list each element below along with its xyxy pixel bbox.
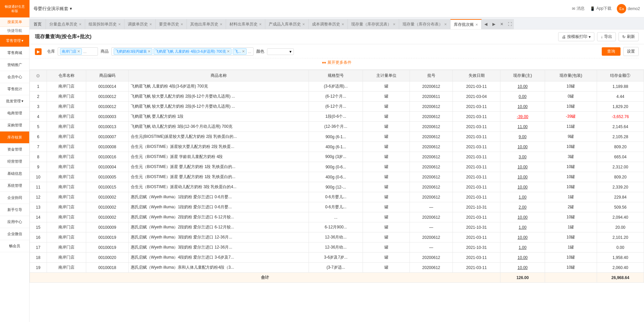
query-button[interactable]: 查询 [602,47,621,56]
tab-close-icon[interactable]: ✕ [79,22,82,26]
tab-close-icon[interactable]: ✕ [393,22,395,26]
message-btn[interactable]: ✉ 消息 [572,6,585,11]
tab-tiao-bo[interactable]: 调拨单历史 ✕ [124,19,156,29]
tab-close-icon[interactable]: ✕ [149,22,152,26]
row-batch: 20200612 [410,162,452,172]
sidebar-item-ecomm[interactable]: 电商管理 [0,107,29,119]
sidebar-item-finance[interactable]: 资金管理 [0,144,29,156]
row-stock-main[interactable]: 1.00 [500,243,545,253]
app-download-btn[interactable]: 📱 App下载 [590,6,611,11]
tab-xian-cun1[interactable]: 现存量（库存状况表） ✕ [348,19,399,29]
tab-zu-chai[interactable]: 组装拆卸单历史 ✕ [85,19,124,29]
sidebar-quick-nav[interactable]: 快捷导航 [0,27,29,35]
col-stock-pkg: 现存量(包装) [545,70,597,82]
row-code: 00100002 [86,202,128,212]
warehouse-more[interactable]: ... [83,49,87,54]
template-print-button[interactable]: 🖨 按模板打印 ▾ [558,32,594,41]
row-warehouse: 南岸门店 [47,142,86,152]
tab-close-icon[interactable]: ✕ [259,22,262,26]
color-filter-input[interactable]: ▾ [267,48,294,55]
row-stock-main[interactable]: 1.00 [500,192,545,202]
tab-nav-next[interactable]: ▶ [490,19,498,29]
row-stock-main[interactable]: 10.00 [500,172,545,182]
tab-fen-cang[interactable]: 分量盘点单历史 ✕ [46,19,85,29]
row-stock-main[interactable]: 10.00 [500,263,545,273]
tab-chan-cheng[interactable]: 产成品入库单历史 ✕ [265,19,309,29]
col-amount: 结存金额① [597,70,644,82]
tab-home[interactable]: 首页 [30,19,46,29]
product-filter-input[interactable]: 飞鹤奶粉3段丙罐装 ✕ 飞鹤星飞帆 儿童奶粉 4段(3-6岁适用) 700克 ✕… [111,47,254,56]
warehouse-tag-close[interactable]: ✕ [77,49,80,54]
gear-icon[interactable]: ⚙ [36,73,40,78]
tab-yao-huo[interactable]: 要货单历史 ✕ [156,19,187,29]
tab-qi-ta[interactable]: 其他出库单历史 ✕ [187,19,226,29]
tab-ku-cun-pi[interactable]: 库存批次账 ✕ [450,19,482,29]
row-stock-main[interactable]: 3.00 [500,152,545,162]
tab-xian-cun2[interactable]: 现存量（库存分布表） ✕ [399,19,450,29]
row-stock-main[interactable]: 10.00 [500,102,545,112]
tab-close-icon[interactable]: ✕ [118,22,121,26]
row-stock-main[interactable]: 11.00 [500,122,545,132]
row-stock-main[interactable]: 10.00 [500,182,545,192]
row-code: 00100009 [86,222,128,232]
sidebar-item-batch[interactable]: 批发管理 ▾ [0,95,29,107]
row-stock-main[interactable]: 0.00 [500,92,545,102]
sidebar-item-marketing[interactable]: 营销推广 [0,59,29,71]
product-tag-2-close[interactable]: ✕ [227,49,230,54]
account-selector[interactable]: 母婴行业演示账套 ▾ [34,6,72,12]
tab-nav-prev[interactable]: ◀ [482,19,490,29]
row-stock-main[interactable]: 10.00 [500,142,545,152]
row-stock-main[interactable]: 10.00 [500,212,545,222]
expand-more-btn[interactable]: ▾▾ 展开更多条件 [322,60,352,65]
export-button[interactable]: ↓ 导出 [597,32,616,41]
tab-close-icon[interactable]: ✕ [341,22,344,26]
row-warehouse: 南岸门店 [47,162,86,172]
row-stock-main[interactable]: 1.00 [500,222,545,232]
row-stock-main[interactable]: 10.00 [500,82,545,92]
tab-cheng-ben[interactable]: 成本调整单历史 ✕ [309,19,348,29]
tab-close-icon[interactable]: ✕ [444,22,447,26]
sidebar-item-inventory[interactable]: 库存核算 [0,131,29,144]
sidebar-item-corp-wechat[interactable]: 企业微信 [0,228,29,240]
product-tag-3-close[interactable]: ✕ [242,49,245,54]
row-stock-main[interactable]: 9.00 [500,132,545,142]
row-stock-main[interactable]: 10.00 [500,162,545,172]
product-more[interactable]: ... [248,49,251,54]
sidebar-item-purchase[interactable]: 采购管理 [0,119,29,131]
tab-close-icon[interactable]: ✕ [220,22,222,26]
sidebar-item-corp[interactable]: 企业协同 [0,192,29,204]
row-stock-main[interactable]: 10.00 [500,232,545,243]
tab-cai-liao[interactable]: 材料出库单历史 ✕ [226,19,265,29]
row-unit: 罐 [363,243,410,253]
product-tag-1-close[interactable]: ✕ [148,49,151,54]
sidebar-item-retail[interactable]: 零售管理 ▾ [0,35,29,47]
sidebar-item-retail-stat[interactable]: 零售统计 [0,83,29,95]
tab-close-current[interactable]: ✕ [498,19,506,29]
tab-close-icon[interactable]: ✕ [302,22,305,26]
tab-maximize[interactable]: ⛶ [506,19,514,29]
sidebar-item-newbie[interactable]: 新手引导 [0,204,29,216]
col-gear[interactable]: ⚙ [30,70,47,82]
sidebar-item-system[interactable]: 系统管理 [0,180,29,192]
sidebar-search[interactable]: 搜索英单 [0,17,29,27]
sidebar-item-ops[interactable]: 经营管理 [0,156,29,168]
filter-expand-btn[interactable]: ▶ [35,48,42,55]
user-avatar-area[interactable]: Ea demo2 [617,4,640,13]
tab-close-icon[interactable]: ✕ [180,22,183,26]
row-stock-main[interactable]: -39.00 [500,112,545,122]
chevron-down-icon: ▾ [70,6,72,11]
sidebar-item-retail-shop[interactable]: 零售商城 [0,47,29,59]
row-stock-main[interactable]: 10.00 [500,253,545,263]
sidebar-item-member2[interactable]: 畅会员 [0,240,29,252]
sidebar-item-member[interactable]: 会员中心 [0,71,29,83]
sidebar-item-basic[interactable]: 基础信息 [0,168,29,180]
sidebar-item-apps[interactable]: 应用中心 [0,216,29,228]
row-expire: 2021-03-11 [452,162,500,172]
settings-button[interactable]: 设置 [623,47,639,56]
tab-close-icon[interactable]: ✕ [475,23,478,26]
logo-text: 畅捷通好生意 [5,4,25,9]
product-tag-1: 飞鹤奶粉3段丙罐装 ✕ [114,48,152,55]
warehouse-filter-input[interactable]: 南岸门店 ✕ ... [58,47,98,56]
row-stock-main[interactable]: 2.00 [500,202,545,212]
refresh-button[interactable]: ↻ 刷新 [619,32,639,41]
